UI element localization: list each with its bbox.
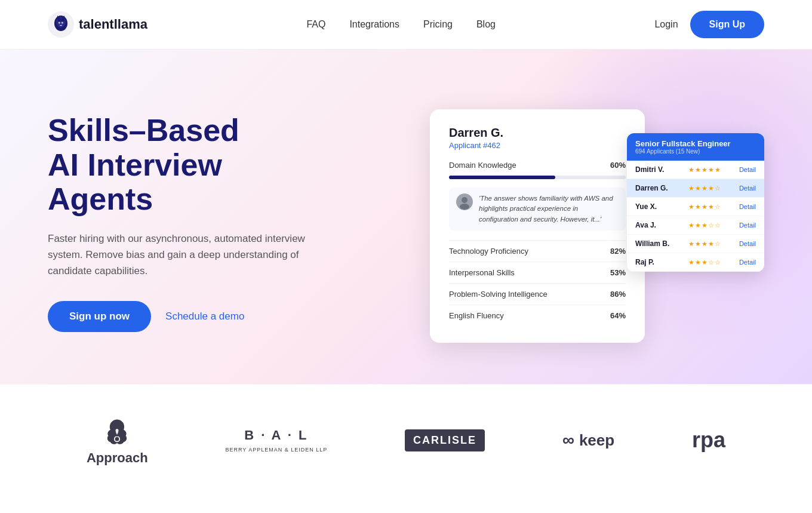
applicant-stars: ★★★★☆: [688, 240, 721, 248]
skill-name: Problem-Solving Intelligence: [449, 290, 548, 299]
domain-knowledge-pct: 60%: [610, 161, 626, 170]
quote-text: 'The answer shows familiarity with AWS a…: [479, 193, 619, 225]
signup-button[interactable]: Sign Up: [690, 11, 764, 38]
applicant-row: Dmitri V. ★★★★★ Detail: [627, 161, 764, 179]
skill-name: Technology Proficiency: [449, 247, 528, 256]
candidate-quote: 'The answer shows familiarity with AWS a…: [449, 188, 626, 231]
candidate-applicant-id: Applicant #462: [449, 141, 626, 150]
applicant-row: Raj P. ★★★☆☆ Detail: [627, 253, 764, 272]
keep-text: ∞ keep: [562, 431, 614, 450]
applicant-detail-link[interactable]: Detail: [739, 185, 756, 192]
nav-faq[interactable]: FAQ: [306, 19, 325, 30]
candidate-name: Darren G.: [449, 126, 626, 140]
bal-sub: BERRY APPLEMAN & LEIDEN LLP: [225, 447, 327, 453]
logo[interactable]: talentllama: [48, 11, 147, 38]
applicants-card: Senior Fullstack Engineer 694 Applicants…: [627, 133, 764, 272]
applicants-list: Dmitri V. ★★★★★ Detail Darren G. ★★★★☆ D…: [627, 161, 764, 272]
applicant-detail-link[interactable]: Detail: [739, 240, 756, 247]
applicant-row: Darren G. ★★★★☆ Detail: [627, 179, 764, 198]
svg-point-10: [462, 197, 467, 203]
skill-name: Interpersonal Skills: [449, 268, 515, 277]
skill-row: Problem-Solving Intelligence 86%: [449, 283, 626, 305]
header-actions: Login Sign Up: [654, 11, 764, 38]
approach-icon: [99, 414, 135, 450]
logo-approach: Approach: [87, 414, 148, 466]
domain-knowledge-row: Domain Knowledge 60%: [449, 161, 626, 170]
hero-buttons: Sign up now Schedule a demo: [48, 301, 334, 332]
skill-row: English Fluency 64%: [449, 305, 626, 326]
logo-bal: B · A · L BERRY APPLEMAN & LEIDEN LLP: [225, 428, 327, 453]
applicant-stars: ★★★☆☆: [688, 259, 721, 266]
main-nav: FAQ Integrations Pricing Blog: [306, 19, 496, 30]
keep-infinity-icon: ∞: [562, 431, 574, 450]
applicant-stars: ★★★★☆: [688, 185, 721, 192]
applicant-detail-link[interactable]: Detail: [739, 222, 756, 229]
applicant-name: Raj P.: [635, 258, 671, 266]
applicant-row: William B. ★★★★☆ Detail: [627, 235, 764, 253]
logo-carlisle: CARLISLE: [405, 429, 485, 451]
nav-integrations[interactable]: Integrations: [349, 19, 399, 30]
carlisle-text: CARLISLE: [405, 429, 485, 451]
nav-pricing[interactable]: Pricing: [423, 19, 453, 30]
approach-label: Approach: [87, 450, 148, 466]
hero-signup-button[interactable]: Sign up now: [48, 301, 151, 332]
applicant-name: Darren G.: [635, 184, 671, 192]
applicant-name: Dmitri V.: [635, 165, 671, 174]
applicant-stars: ★★★★☆: [688, 203, 721, 211]
applicant-name: Ava J.: [635, 221, 671, 229]
applicant-stars: ★★★☆☆: [688, 222, 721, 229]
skill-row: Technology Proficiency 82%: [449, 240, 626, 262]
svg-point-7: [59, 22, 60, 23]
svg-point-8: [62, 22, 63, 23]
nav-blog[interactable]: Blog: [476, 19, 496, 30]
applicant-name: Yue X.: [635, 202, 671, 211]
hero-demo-link[interactable]: Schedule a demo: [165, 311, 244, 322]
candidate-card: Darren G. Applicant #462 Domain Knowledg…: [430, 109, 645, 343]
applicants-card-header: Senior Fullstack Engineer 694 Applicants…: [627, 133, 764, 161]
applicant-stars: ★★★★★: [688, 166, 721, 174]
hero-title: Skills–Based AI Interview Agents: [48, 113, 334, 216]
applicant-row: Ava J. ★★★☆☆ Detail: [627, 216, 764, 235]
svg-point-12: [115, 437, 120, 442]
domain-knowledge-label: Domain Knowledge: [449, 161, 516, 170]
login-button[interactable]: Login: [654, 19, 678, 30]
applicant-detail-link[interactable]: Detail: [739, 203, 756, 210]
applicant-detail-link[interactable]: Detail: [739, 259, 756, 266]
applicant-row: Yue X. ★★★★☆ Detail: [627, 198, 764, 216]
bal-main: B · A · L: [244, 428, 308, 443]
job-title: Senior Fullstack Engineer: [635, 139, 756, 148]
logo-icon: [48, 11, 74, 38]
domain-knowledge-bar-bg: [449, 176, 626, 179]
skill-percent: 82%: [610, 247, 626, 256]
skill-percent: 86%: [610, 290, 626, 299]
skill-percent: 64%: [610, 311, 626, 320]
skill-percent: 53%: [610, 268, 626, 277]
hero-section: Skills–Based AI Interview Agents Faster …: [0, 50, 812, 384]
hero-subtitle: Faster hiring with our asynchronous, aut…: [48, 231, 334, 279]
quote-avatar: [456, 193, 473, 210]
hero-illustration: Darren G. Applicant #462 Domain Knowledg…: [418, 97, 764, 348]
logo-rpa: rpa: [692, 428, 725, 453]
svg-point-11: [460, 204, 469, 210]
logo-wordmark: talentllama: [79, 17, 147, 32]
applicant-detail-link[interactable]: Detail: [739, 166, 756, 173]
applicant-name: William B.: [635, 239, 671, 248]
applicant-count: 694 Applicants (15 New): [635, 148, 756, 155]
skills-list: Technology Proficiency 82% Interpersonal…: [449, 240, 626, 326]
rpa-text: rpa: [692, 428, 725, 453]
hero-content: Skills–Based AI Interview Agents Faster …: [48, 113, 334, 331]
domain-knowledge-bar: [449, 176, 555, 179]
skill-row: Interpersonal Skills 53%: [449, 262, 626, 283]
skill-name: English Fluency: [449, 311, 504, 320]
logos-section: Approach B · A · L BERRY APPLEMAN & LEID…: [0, 384, 812, 496]
logo-keep: ∞ keep: [562, 431, 614, 450]
